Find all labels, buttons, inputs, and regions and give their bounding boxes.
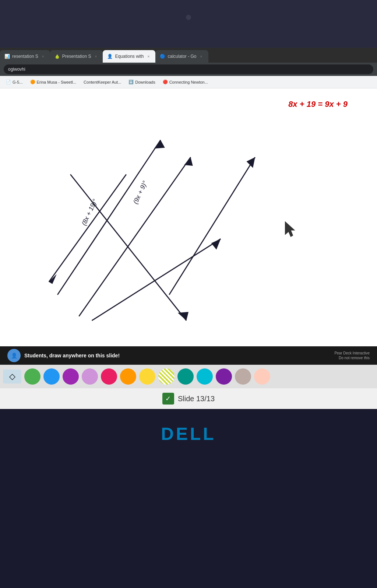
tab-close-4[interactable]: ×: [199, 54, 204, 59]
tab-icon-google: 🔵: [160, 54, 165, 59]
student-avatar: 👤: [7, 349, 21, 362]
tab-icon-slides: 📊: [4, 54, 10, 59]
svg-text:(8x + 19)°: (8x + 19)°: [80, 198, 98, 227]
geometry-diagram: (8x + 19)° (9x + 9)°: [0, 88, 377, 346]
color-dark-red[interactable]: [216, 368, 232, 385]
tab-calculator[interactable]: 🔵 calculator - Go ×: [155, 50, 208, 63]
bookmark-contentkeeper[interactable]: ContentKeeper Aut...: [81, 78, 124, 86]
tab-icon-person: 👤: [107, 54, 113, 59]
bookmark-g5[interactable]: 📄 G-5...: [3, 78, 26, 86]
bottom-bar: 👤 Students, draw anywhere on this slide!…: [0, 346, 377, 365]
svg-line-2: [169, 157, 255, 295]
tab-bar: 📊 resentation S × 🍐 Presentation S × 👤 E…: [0, 48, 377, 63]
bottom-bezel: DELL: [0, 409, 377, 451]
browser: 📊 resentation S × 🍐 Presentation S × 👤 E…: [0, 48, 377, 88]
bookmark-icon-g5: 📄: [6, 80, 11, 84]
svg-marker-11: [184, 157, 193, 166]
address-bar: ogiwovhi: [0, 63, 377, 76]
tab-presentation-s1[interactable]: 📊 resentation S ×: [0, 50, 50, 63]
color-peach[interactable]: [254, 368, 270, 385]
pear-deck-label: Pear Deck Interactive Do not remove this: [334, 351, 370, 360]
bookmark-label-contentkeeper: ContentKeeper Aut...: [84, 80, 121, 84]
color-orange[interactable]: [120, 368, 136, 385]
tab-label-2: Presentation S: [62, 54, 91, 59]
svg-text:(9x + 9)°: (9x + 9)°: [131, 180, 148, 205]
bookmark-icon-connecting: 🔴: [163, 80, 168, 84]
tab-label-4: calculator - Go: [168, 54, 196, 59]
tab-close-3[interactable]: ×: [146, 54, 151, 59]
tab-icon-pear: 🍐: [54, 54, 60, 59]
avatar-icon: 👤: [11, 353, 17, 358]
bookmark-downloads[interactable]: ⬇️ Downloads: [126, 78, 158, 86]
tab-close-1[interactable]: ×: [40, 54, 46, 59]
bookmarks-bar: 📄 G-5... 🟠 Erina Musa - Sweetl... Conten…: [0, 76, 377, 88]
color-pink[interactable]: [101, 368, 117, 385]
slide-check-icon: ✓: [162, 393, 174, 405]
bookmark-label-erina: Erina Musa - Sweetl...: [37, 80, 77, 84]
color-yellow[interactable]: [139, 368, 155, 385]
color-green[interactable]: [24, 368, 40, 385]
bookmark-connecting-newton[interactable]: 🔴 Connecting Newton...: [160, 78, 211, 86]
tab-presentation-s2[interactable]: 🍐 Presentation S ×: [50, 50, 103, 63]
bookmark-erina[interactable]: 🟠 Erina Musa - Sweetl...: [27, 78, 80, 86]
svg-line-4: [92, 239, 221, 321]
color-teal[interactable]: [177, 368, 194, 385]
dell-logo: DELL: [161, 424, 216, 444]
bookmark-label-connecting: Connecting Newton...: [169, 80, 208, 84]
bookmark-label-downloads: Downloads: [135, 80, 155, 84]
tab-label-1: resentation S: [12, 54, 38, 59]
color-yellow-striped[interactable]: [158, 368, 175, 385]
color-brown-light[interactable]: [235, 368, 251, 385]
color-palette-container: ◇: [0, 365, 377, 388]
main-content: 8x + 19 = 9x + 9: [0, 88, 377, 409]
pear-deck-line2: Do not remove this: [334, 356, 370, 360]
color-cyan[interactable]: [197, 368, 213, 385]
student-instruction: Students, draw anywhere on this slide!: [24, 353, 120, 358]
svg-marker-14: [285, 222, 295, 237]
pear-deck-line1: Pear Deck Interactive: [334, 351, 370, 356]
color-palette: [24, 368, 270, 385]
svg-line-0: [57, 140, 161, 295]
tab-equations[interactable]: 👤 Equations with ×: [103, 50, 155, 63]
svg-marker-9: [178, 312, 188, 321]
address-input[interactable]: ogiwovhi: [4, 64, 373, 74]
color-purple[interactable]: [63, 368, 79, 385]
tab-close-2[interactable]: ×: [93, 54, 98, 59]
svg-marker-3: [247, 157, 255, 168]
color-pink-light[interactable]: [82, 368, 98, 385]
slide-indicator: ✓ Slide 13/13: [0, 388, 377, 409]
bookmark-icon-erina: 🟠: [30, 80, 35, 84]
tools-section: ◇: [3, 370, 21, 384]
slide-number: Slide 13/13: [178, 395, 215, 403]
top-bezel: [0, 0, 377, 48]
camera: [186, 15, 191, 20]
svg-line-8: [70, 174, 186, 321]
bookmark-icon-downloads: ⬇️: [128, 80, 134, 84]
tab-label-3: Equations with: [115, 54, 144, 59]
slide-area[interactable]: 8x + 19 = 9x + 9: [0, 88, 377, 346]
svg-marker-5: [211, 239, 221, 249]
bookmark-label-g5: G-5...: [13, 80, 23, 84]
address-text: ogiwovhi: [8, 67, 25, 72]
eraser-icon[interactable]: ◇: [9, 372, 15, 381]
color-blue[interactable]: [43, 368, 60, 385]
